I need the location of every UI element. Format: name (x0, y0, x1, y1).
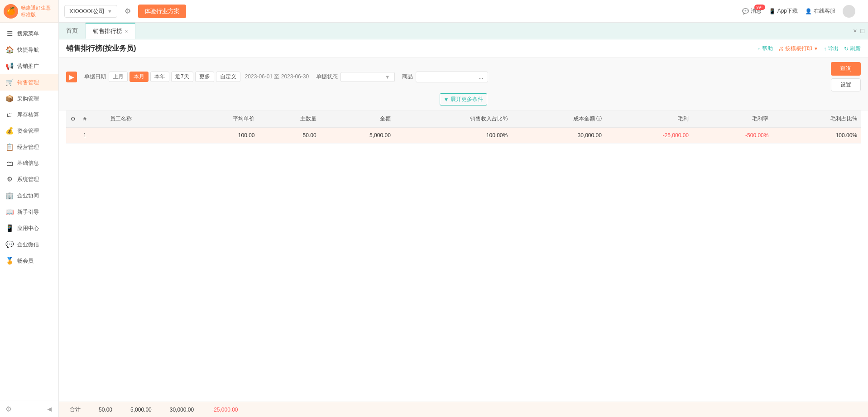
collapse-sidebar-button[interactable]: ◄ (46, 405, 53, 413)
settings-small-button[interactable]: 设置 (831, 78, 861, 91)
filter-bar: ▶ 单据日期 上月 本月 本年 近7天 更多 自定义 2023-06-01 至 … (59, 58, 868, 110)
sidebar-item-inventory[interactable]: 🗂 库存核算 (0, 107, 58, 123)
cell-gross: -25,000.00 (605, 128, 692, 144)
sidebar-item-quick-nav[interactable]: 🏠 快捷导航 (0, 42, 58, 58)
col-sales-pct: 销售收入占比% (394, 110, 511, 128)
sidebar-item-system[interactable]: ⚙ 系统管理 (0, 171, 58, 187)
tab-maximize-button[interactable]: □ (861, 27, 864, 34)
sidebar-item-enterprise[interactable]: 🏢 企业协同 (0, 187, 58, 204)
goods-more-button[interactable]: ... (479, 74, 483, 80)
print-button[interactable]: 🖨 按模板打印 ▼ (778, 45, 818, 53)
status-filter: 单据状态 ▼ (316, 72, 395, 82)
col-avg-price: 平均单价 (182, 110, 259, 128)
app-download-label: App下载 (777, 7, 798, 15)
data-table: ⚙ # 员工名称 平均单价 主数量 全额 销售收入占比% 成本全额 ⓘ 毛利 毛… (66, 110, 861, 144)
date-last7-button[interactable]: 近7天 (171, 72, 193, 82)
table-header: ⚙ # 员工名称 平均单价 主数量 全额 销售收入占比% 成本全额 ⓘ 毛利 毛… (66, 110, 861, 128)
inventory-icon: 🗂 (5, 111, 14, 119)
message-button[interactable]: 💬 消息 99+ (742, 7, 762, 15)
refresh-button[interactable]: ↻ 刷新 (844, 45, 861, 53)
sidebar-nav: ☰ 搜索菜单 🏠 快捷导航 📢 营销推广 🛒 销售管理 📦 采购管理 🗂 库存核… (0, 23, 58, 401)
help-button[interactable]: ○ 帮助 (758, 45, 773, 53)
date-custom-button[interactable]: 自定义 (216, 72, 240, 82)
sidebar-item-label: 基础信息 (17, 159, 39, 167)
app-center-icon: 📱 (5, 224, 14, 232)
experience-button[interactable]: 体验行业方案 (138, 5, 186, 18)
date-this-year-button[interactable]: 本年 (150, 72, 169, 82)
sidebar-item-basic-info[interactable]: 🗃 基础信息 (0, 155, 58, 171)
date-buttons: 上月 本月 本年 近7天 更多 自定义 (109, 72, 240, 82)
sidebar-item-label: 企业协同 (17, 192, 39, 200)
col-settings[interactable]: ⚙ (66, 110, 80, 128)
online-service-icon: 👤 (805, 8, 812, 14)
date-more-button[interactable]: 更多 (195, 72, 214, 82)
tab-home[interactable]: 首页 (59, 23, 86, 38)
app-download-button[interactable]: 📱 App下载 (769, 7, 798, 15)
sidebar-item-wechat[interactable]: 💬 企业微信 (0, 236, 58, 253)
logo-text: 畅康通好生意 标准版 (21, 5, 51, 18)
col-cost: 成本全额 ⓘ (511, 110, 605, 128)
date-prev-month-button[interactable]: 上月 (109, 72, 128, 82)
tab-sales-ranking[interactable]: 销售排行榜 × (86, 23, 135, 39)
filter-actions: 查询 设置 (831, 62, 861, 91)
sidebar-item-sales[interactable]: 🛒 销售管理 (0, 74, 58, 91)
sidebar-item-finance[interactable]: 💰 资金管理 (0, 123, 58, 139)
guide-icon: 📖 (5, 208, 14, 216)
footer-gross: -25,000.00 (212, 407, 238, 413)
sidebar-item-label: 系统管理 (17, 176, 39, 183)
sidebar-item-label: 搜索菜单 (17, 30, 39, 38)
tab-minimize-button[interactable]: × (853, 27, 857, 34)
refresh-icon: ↻ (844, 46, 849, 52)
page-title: 销售排行榜(按业务员) (66, 44, 136, 53)
tab-close-button[interactable]: × (125, 29, 128, 34)
date-filter: 单据日期 上月 本月 本年 近7天 更多 自定义 2023-06-01 至 20… (84, 72, 309, 82)
sidebar-item-operations[interactable]: 📋 经营管理 (0, 139, 58, 155)
basic-info-icon: 🗃 (5, 159, 14, 167)
sidebar-item-guide[interactable]: 📖 新手引导 (0, 204, 58, 220)
member-icon: 🏅 (5, 257, 14, 265)
date-range-text: 2023-06-01 至 2023-06-30 (245, 73, 309, 81)
enterprise-icon: 🏢 (5, 192, 14, 200)
page-header: 销售排行榜(按业务员) ○ 帮助 🖨 按模板打印 ▼ ↑ 导出 ↻ 刷新 (59, 39, 868, 58)
date-this-month-button[interactable]: 本月 (129, 72, 149, 82)
sidebar-item-label: 快捷导航 (17, 46, 39, 54)
message-badge: 99+ (754, 5, 765, 10)
sidebar-item-purchase[interactable]: 📦 采购管理 (0, 91, 58, 107)
sidebar-item-app-center[interactable]: 📱 应用中心 (0, 220, 58, 236)
settings-bottom-icon[interactable]: ⚙ (5, 405, 12, 413)
status-filter-label: 单据状态 (316, 73, 338, 81)
online-service-button[interactable]: 👤 在线客服 (805, 7, 835, 15)
sidebar-item-member[interactable]: 🏅 畅会员 (0, 253, 58, 269)
cell-amount: 5,000.00 (320, 128, 394, 144)
fast-nav-arrow-container: ▶ (66, 72, 77, 82)
sidebar-item-marketing[interactable]: 📢 营销推广 (0, 58, 58, 74)
cell-employee (106, 128, 182, 144)
sidebar-item-label: 畅会员 (17, 257, 34, 265)
cell-main-qty: 50.00 (258, 128, 320, 144)
logo-area: 🍊 畅康通好生意 标准版 (0, 0, 58, 23)
date-filter-label: 单据日期 (84, 73, 106, 81)
company-selector[interactable]: XXXXXX公司 ▼ (64, 5, 117, 18)
col-gross-pct: 毛利占比% (772, 110, 861, 128)
top-header: XXXXXX公司 ▼ ⚙ 体验行业方案 💬 消息 99+ 📱 App下载 👤 在… (59, 0, 868, 23)
sidebar-item-search[interactable]: ☰ 搜索菜单 (0, 25, 58, 42)
cell-avg-price: 100.00 (182, 128, 259, 144)
company-dropdown-icon: ▼ (107, 9, 112, 14)
status-dropdown-icon: ▼ (385, 74, 390, 80)
operations-icon: 📋 (5, 143, 14, 151)
query-button[interactable]: 查询 (831, 62, 861, 76)
goods-filter-label: 商品 (402, 73, 413, 81)
sidebar-item-label: 营销推广 (17, 62, 39, 70)
user-avatar[interactable] (843, 5, 855, 18)
page-content: 销售排行榜(按业务员) ○ 帮助 🖨 按模板打印 ▼ ↑ 导出 ↻ 刷新 (59, 39, 868, 417)
sidebar-item-label: 新手引导 (17, 208, 39, 216)
status-select[interactable]: ▼ (340, 72, 395, 82)
goods-input[interactable]: ... (416, 72, 488, 82)
export-icon: ↑ (824, 46, 826, 52)
sidebar-item-label: 资金管理 (17, 127, 39, 135)
expand-more-conditions-button[interactable]: ▼ 展开更多条件 (440, 93, 488, 105)
header-settings-button[interactable]: ⚙ (121, 5, 134, 18)
col-gross: 毛利 (605, 110, 692, 128)
export-button[interactable]: ↑ 导出 (824, 45, 839, 53)
fast-nav-arrow-button[interactable]: ▶ (66, 72, 77, 82)
